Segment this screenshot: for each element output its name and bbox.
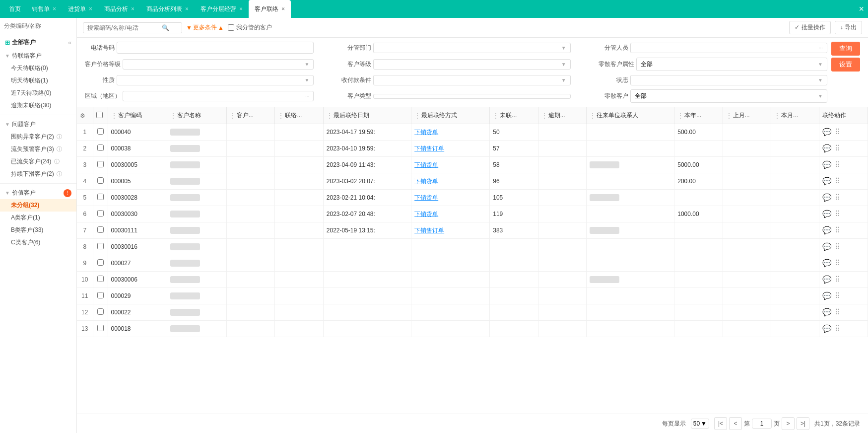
row-checkbox[interactable]	[97, 161, 104, 167]
grid-action-icon[interactable]: ⠿	[835, 275, 840, 284]
row-checkbox-cell[interactable]	[93, 255, 108, 272]
grid-action-icon[interactable]: ⠿	[835, 259, 840, 268]
row-checkbox-cell[interactable]	[93, 288, 108, 304]
sidebar-item-classC[interactable]: C类客户(6)	[0, 236, 76, 249]
tab-sales-order[interactable]: 销售单 ×	[26, 0, 62, 18]
close-icon[interactable]: ×	[281, 5, 285, 12]
sidebar-item-ungrouped[interactable]: 未分组(32)	[0, 199, 76, 212]
tab-product-analysis[interactable]: 商品分析 ×	[98, 0, 140, 18]
nature-select[interactable]: ▼	[117, 75, 314, 85]
per-page-select[interactable]: 50 ▼	[691, 419, 709, 429]
grid-action-icon[interactable]: ⠿	[835, 242, 840, 251]
retail-attr-select[interactable]: 全部 ▼	[636, 58, 827, 71]
grid-action-icon[interactable]: ⠿	[835, 177, 840, 186]
row-checkbox-cell[interactable]	[93, 190, 108, 206]
grid-action-icon[interactable]: ⠿	[835, 193, 840, 202]
comment-icon[interactable]: 💬	[822, 275, 832, 284]
sidebar-search-box[interactable]: 🔍	[0, 18, 76, 34]
pending-contact-header[interactable]: ▼ 待联络客户	[0, 50, 76, 62]
last-method-cell[interactable]	[411, 255, 490, 272]
grid-action-icon[interactable]: ⠿	[835, 291, 840, 300]
comment-icon[interactable]: 💬	[822, 242, 832, 251]
sidebar-search-input[interactable]	[4, 22, 77, 29]
sidebar-item-abnormal[interactable]: 囤购异常客户(2) ⓘ	[0, 131, 76, 143]
last-method-cell[interactable]: 下销售订单	[411, 222, 490, 239]
last-method-cell[interactable]: 下销货单	[411, 173, 490, 190]
close-icon[interactable]: ×	[53, 5, 56, 12]
comment-icon[interactable]: 💬	[822, 226, 832, 235]
row-checkbox[interactable]	[97, 325, 104, 331]
row-checkbox[interactable]	[97, 128, 104, 135]
retail-customer-select[interactable]: 全部 ▼	[630, 89, 827, 103]
query-button[interactable]: 查询	[831, 42, 860, 56]
phone-input[interactable]	[117, 42, 314, 54]
sidebar-item-classB[interactable]: B类客户(33)	[0, 224, 76, 236]
row-checkbox-cell[interactable]	[93, 304, 108, 321]
row-checkbox[interactable]	[97, 292, 104, 298]
row-checkbox-cell[interactable]	[93, 272, 108, 288]
sidebar-item-tomorrow[interactable]: 明天待联络(1)	[0, 74, 76, 87]
search-input[interactable]	[87, 24, 162, 31]
settings-icon[interactable]: ⚙	[80, 112, 85, 119]
last-method-cell[interactable]: 下销货单	[411, 124, 490, 141]
first-page-button[interactable]: |<	[714, 417, 727, 430]
close-icon[interactable]: ×	[239, 5, 243, 12]
close-icon[interactable]: ×	[131, 5, 134, 12]
customer-type-select[interactable]	[373, 94, 570, 99]
last-method-cell[interactable]: 下销货单	[411, 190, 490, 206]
all-customers-header[interactable]: ⊞ 全部客户 «	[0, 34, 76, 49]
comment-icon[interactable]: 💬	[822, 177, 832, 186]
row-checkbox-cell[interactable]	[93, 141, 108, 157]
grid-action-icon[interactable]: ⠿	[835, 160, 840, 169]
row-checkbox-cell[interactable]	[93, 124, 108, 141]
comment-icon[interactable]: 💬	[822, 160, 832, 169]
close-icon[interactable]: ×	[89, 5, 92, 12]
row-checkbox[interactable]	[97, 243, 104, 249]
last-method-cell[interactable]	[411, 288, 490, 304]
last-method-cell[interactable]	[411, 321, 490, 337]
collapse-icon[interactable]: «	[68, 39, 71, 46]
comment-icon[interactable]: 💬	[822, 308, 832, 317]
comment-icon[interactable]: 💬	[822, 128, 832, 137]
comment-icon[interactable]: 💬	[822, 193, 832, 202]
grid-action-icon[interactable]: ⠿	[835, 324, 840, 333]
home-button[interactable]: 首页	[4, 0, 26, 18]
row-checkbox[interactable]	[97, 210, 104, 216]
last-method-cell[interactable]: 下销货单	[411, 157, 490, 173]
search-box[interactable]: 🔍	[83, 22, 182, 33]
comment-icon[interactable]: 💬	[822, 291, 832, 300]
last-method-cell[interactable]	[411, 272, 490, 288]
last-method-cell[interactable]: 下销货单	[411, 206, 490, 222]
price-level-select[interactable]: ▼	[123, 59, 314, 70]
tab-product-analysis-list[interactable]: 商品分析列表 ×	[140, 0, 195, 18]
value-customers-header[interactable]: ▼ 价值客户 !	[0, 187, 76, 199]
settings-col-header[interactable]: ⚙	[77, 107, 93, 124]
sidebar-item-lost[interactable]: 已流失客户(24) ⓘ	[0, 155, 76, 168]
batch-operation-button[interactable]: ✓ 批量操作	[789, 21, 830, 34]
row-checkbox[interactable]	[97, 276, 104, 282]
comment-icon[interactable]: 💬	[822, 144, 832, 153]
last-method-cell[interactable]	[411, 239, 490, 255]
row-checkbox-cell[interactable]	[93, 239, 108, 255]
tab-customer-contact[interactable]: 客户联络 ×	[249, 0, 291, 18]
row-checkbox-cell[interactable]	[93, 157, 108, 173]
region-select[interactable]: ···	[123, 91, 314, 101]
row-checkbox-cell[interactable]	[93, 321, 108, 337]
grid-action-icon[interactable]: ⠿	[835, 210, 840, 218]
sidebar-item-attrition-warning[interactable]: 流失预警客户(3) ⓘ	[0, 143, 76, 155]
row-checkbox[interactable]	[97, 177, 104, 184]
window-close-icon[interactable]: ×	[859, 4, 864, 14]
grid-action-icon[interactable]: ⠿	[835, 144, 840, 153]
row-checkbox-cell[interactable]	[93, 206, 108, 222]
select-all-checkbox[interactable]	[96, 112, 103, 118]
grid-action-icon[interactable]: ⠿	[835, 308, 840, 317]
checkbox-col-header[interactable]	[93, 107, 108, 124]
last-page-button[interactable]: >|	[797, 417, 809, 430]
row-checkbox[interactable]	[97, 194, 104, 200]
reset-button[interactable]: 设置	[831, 58, 860, 72]
last-method-cell[interactable]: 下销售订单	[411, 141, 490, 157]
grid-action-icon[interactable]: ⠿	[835, 128, 840, 137]
problem-customers-header[interactable]: ▼ 问题客户	[0, 118, 76, 131]
row-checkbox[interactable]	[97, 226, 104, 233]
row-checkbox[interactable]	[97, 259, 104, 266]
